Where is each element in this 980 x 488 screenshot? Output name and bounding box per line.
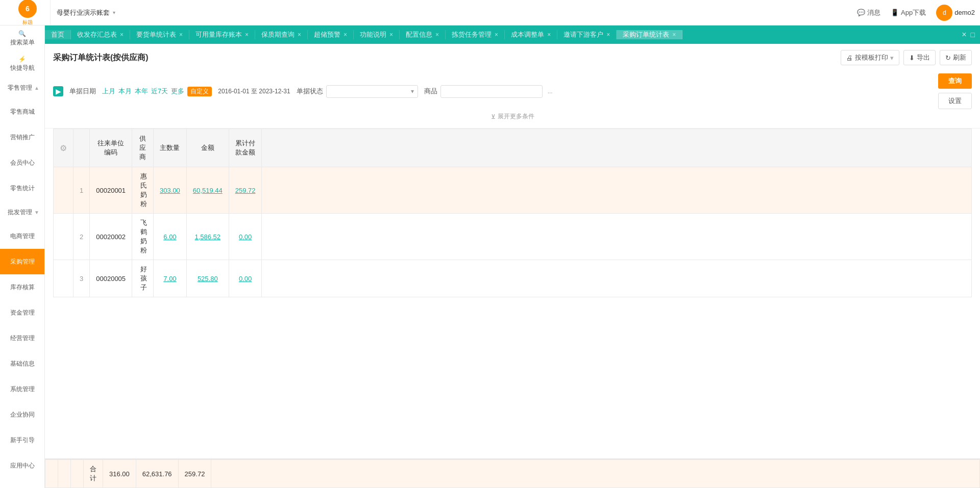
sidebar-item-new-guide[interactable]: 新手引导 [0, 427, 44, 453]
filter-row: ▶ 单据日期 上月 本月 本年 近7天 更多 自定义 2016-01-01 至 … [53, 73, 972, 109]
tab-receive-send-summary-close-icon[interactable]: × [120, 31, 124, 38]
row-settings-cell [54, 167, 74, 214]
template-print-button[interactable]: 🖨 按模板打印 ▾ [841, 50, 899, 65]
filter-toggle-button[interactable]: ▶ [53, 86, 63, 96]
page-content: 采购订单统计表(按供应商) 🖨 按模板打印 ▾ ⬇ 导出 ↻ 刷新 [45, 44, 980, 488]
tab-invite-downstream-close-icon[interactable]: × [606, 31, 610, 38]
date-shortcut-more[interactable]: 更多 [171, 87, 184, 96]
sidebar-item-marketing[interactable]: 营销推广 [0, 124, 44, 150]
wholesale-mgmt-arrow-icon: ▼ [34, 210, 39, 215]
date-range-text: 2016-01-01 至 2023-12-31 [218, 87, 290, 96]
table-settings-icon[interactable]: ⚙ [60, 144, 67, 152]
row-quantity-cell[interactable]: 7.00 [154, 260, 187, 297]
sidebar-item-enterprise-wechat[interactable]: 企业微信 [0, 478, 44, 488]
message-label: 消息 [867, 8, 880, 17]
user-area[interactable]: d demo2 [936, 5, 975, 21]
date-shortcut-last-month[interactable]: 上月 [102, 87, 115, 96]
tab-function-desc-close-icon[interactable]: × [389, 31, 393, 38]
filter-toggle-icon: ▶ [56, 87, 61, 95]
close-all-tabs-icon[interactable]: × [962, 30, 966, 39]
status-select[interactable] [326, 85, 418, 98]
tab-expiry-query[interactable]: 保质期查询 × [255, 30, 308, 39]
workspace-label: 母婴行业演示账套 [57, 8, 110, 17]
tab-config-info[interactable]: 配置信息 × [400, 30, 446, 39]
app-download-label: App下载 [901, 8, 926, 17]
row-empty-cell [262, 214, 972, 260]
tab-overstock-warning-close-icon[interactable]: × [344, 31, 347, 38]
user-avatar: d [936, 5, 952, 21]
sidebar-item-finance-mgmt[interactable]: 资金管理 [0, 300, 44, 325]
table-header-row: ⚙ 往来单位编码 供应商 主数量 金额 累计付款金额 [54, 129, 972, 167]
expand-more-conditions-button[interactable]: ⊻ 展开更多条件 [491, 112, 534, 121]
app-download-btn[interactable]: 📱 App下载 [891, 8, 926, 17]
page-header: 采购订单统计表(按供应商) 🖨 按模板打印 ▾ ⬇ 导出 ↻ 刷新 [45, 44, 980, 69]
sidebar-item-search[interactable]: 🔍 搜索菜单 [0, 25, 44, 51]
table-row: 3 00020005 好孩子 7.00 525.80 0.00 [54, 260, 972, 297]
row-paid-amount-cell[interactable]: 259.72 [229, 167, 262, 214]
tab-available-inventory[interactable]: 可用量库存账本 × [189, 30, 255, 39]
tab-cost-adjust-close-icon[interactable]: × [547, 31, 551, 38]
sidebar-item-purchase-mgmt[interactable]: 采购管理 [0, 249, 44, 274]
col-header-paid-amount: 累计付款金额 [229, 129, 262, 167]
tab-overstock-warning[interactable]: 超储预警 × [308, 30, 354, 39]
sidebar-item-basic-info[interactable]: 基础信息 [0, 351, 44, 376]
tab-cost-adjust[interactable]: 成本调整单 × [505, 30, 557, 39]
table-row: 1 00020001 惠氏奶粉 303.00 60,519.44 259.72 [54, 167, 972, 214]
tab-picking-task-close-icon[interactable]: × [495, 31, 498, 38]
export-button[interactable]: ⬇ 导出 [903, 50, 936, 65]
tab-expiry-query-close-icon[interactable]: × [298, 31, 301, 38]
tab-config-info-close-icon[interactable]: × [435, 31, 439, 38]
refresh-button[interactable]: ↻ 刷新 [940, 50, 972, 65]
nav-tabs-scroll: 首页 收发存汇总表 × 要货单统计表 × 可用量库存账本 × 保质期查询 × [45, 30, 957, 39]
workspace-selector[interactable]: 母婴行业演示账套 ▾ [50, 0, 125, 25]
settings-button[interactable]: 设置 [938, 93, 972, 109]
sidebar-item-ecommerce-mgmt[interactable]: 电商管理 [0, 223, 44, 249]
restore-tab-icon[interactable]: □ [971, 31, 975, 39]
goods-filter-input[interactable] [440, 85, 543, 98]
sidebar-item-wholesale-mgmt[interactable]: 批发管理 ▼ [0, 201, 44, 223]
row-quantity-cell[interactable]: 6.00 [154, 214, 187, 260]
tab-invite-downstream[interactable]: 邀请下游客户 × [557, 30, 617, 39]
date-shortcut-this-year[interactable]: 本年 [135, 87, 148, 96]
sidebar-item-retail-mall[interactable]: 零售商城 [0, 99, 44, 124]
tab-function-desc[interactable]: 功能说明 × [354, 30, 400, 39]
message-btn[interactable]: 💬 消息 [857, 8, 880, 17]
content-area: 首页 收发存汇总表 × 要货单统计表 × 可用量库存账本 × 保质期查询 × [45, 25, 980, 488]
sidebar-item-retail-stats[interactable]: 零售统计 [0, 175, 44, 201]
date-shortcut-this-month[interactable]: 本月 [118, 87, 132, 96]
tab-purchase-order-stats[interactable]: 采购订单统计表 × [617, 30, 682, 39]
tab-order-stats[interactable]: 要货单统计表 × [130, 30, 189, 39]
sidebar-item-quick-nav[interactable]: ⚡ 快捷导航 [0, 51, 44, 76]
tab-picking-task[interactable]: 拣货任务管理 × [446, 30, 505, 39]
page-actions: 🖨 按模板打印 ▾ ⬇ 导出 ↻ 刷新 [841, 50, 972, 65]
sidebar-item-retail-mgmt[interactable]: 零售管理 ▲ [0, 76, 44, 99]
sidebar-item-inventory[interactable]: 库存核算 [0, 274, 44, 300]
row-paid-amount-cell[interactable]: 0.00 [229, 214, 262, 260]
tab-order-stats-close-icon[interactable]: × [179, 31, 183, 38]
tab-home[interactable]: 首页 [45, 30, 71, 39]
search-icon: 🔍 [18, 30, 26, 38]
footer-paid-amount: 259.72 [178, 460, 211, 488]
date-custom-badge[interactable]: 自定义 [187, 87, 212, 96]
sidebar-enterprise-collab-label: 企业协同 [10, 410, 35, 419]
sidebar-item-app-center[interactable]: 应用中心 [0, 453, 44, 478]
row-amount-cell[interactable]: 1,586.52 [186, 214, 229, 260]
query-button[interactable]: 查询 [938, 73, 972, 89]
sidebar-item-ops-mgmt[interactable]: 经营管理 [0, 325, 44, 351]
row-amount-cell[interactable]: 525.80 [186, 260, 229, 297]
table-area: ⚙ 往来单位编码 供应商 主数量 金额 累计付款金额 [45, 129, 980, 458]
tab-receive-send-summary[interactable]: 收发存汇总表 × [71, 30, 130, 39]
row-amount-cell[interactable]: 60,519.44 [186, 167, 229, 214]
row-quantity-cell[interactable]: 303.00 [154, 167, 187, 214]
tab-available-inventory-close-icon[interactable]: × [245, 31, 249, 38]
date-shortcut-7days[interactable]: 近7天 [151, 87, 168, 96]
tab-purchase-order-stats-close-icon[interactable]: × [672, 31, 676, 38]
goods-filter-more-icon[interactable]: ... [548, 88, 553, 95]
sidebar-item-system-mgmt[interactable]: 系统管理 [0, 376, 44, 402]
sidebar-item-member-center[interactable]: 会员中心 [0, 150, 44, 175]
data-table: ⚙ 往来单位编码 供应商 主数量 金额 累计付款金额 [53, 129, 972, 297]
sidebar-item-enterprise-collab[interactable]: 企业协同 [0, 402, 44, 427]
row-paid-amount-cell[interactable]: 0.00 [229, 260, 262, 297]
sidebar-search-label: 搜索菜单 [10, 38, 35, 47]
sidebar-marketing-label: 营销推广 [10, 133, 35, 142]
